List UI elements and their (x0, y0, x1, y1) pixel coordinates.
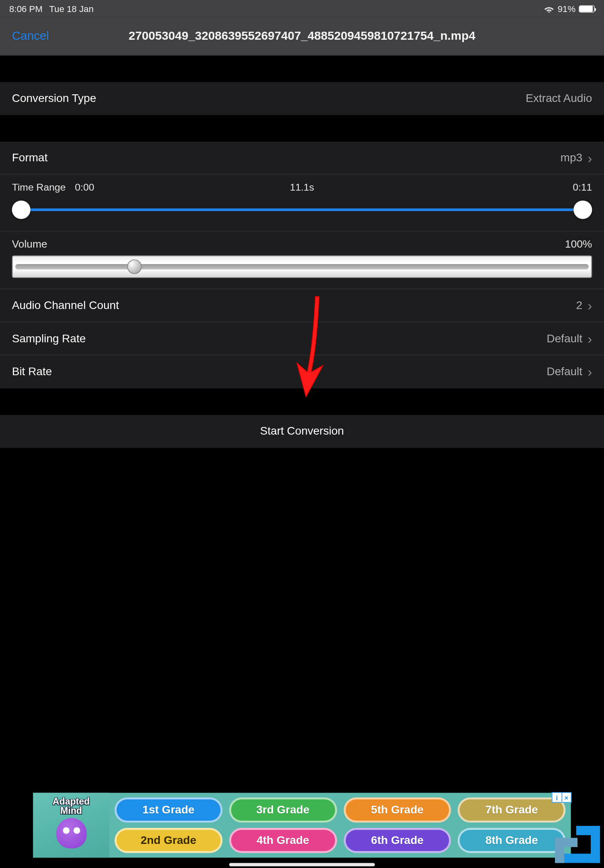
volume-label: Volume (12, 238, 47, 250)
bitrate-label: Bit Rate (12, 365, 52, 378)
status-bar: 8:06 PM Tue 18 Jan 91% (0, 0, 604, 17)
home-indicator[interactable] (229, 863, 375, 866)
row-conversion-type[interactable]: Conversion Type Extract Audio (0, 82, 604, 115)
row-channel-count[interactable]: Audio Channel Count 2 › (0, 289, 604, 322)
conversion-type-label: Conversion Type (12, 92, 96, 105)
row-bit-rate[interactable]: Bit Rate Default › (0, 356, 604, 388)
ad-info-icon[interactable]: i (552, 793, 562, 802)
ad-mascot-icon (56, 818, 86, 848)
chevron-right-icon: › (588, 365, 592, 378)
row-sampling-rate[interactable]: Sampling Rate Default › (0, 322, 604, 355)
ad-pill-8th-grade[interactable]: 8th Grade (458, 828, 565, 854)
volume-value: 100% (565, 238, 592, 250)
format-value: mp3 (561, 151, 583, 165)
time-range-thumb-end[interactable] (573, 201, 592, 219)
ad-pill-7th-grade[interactable]: 7th Grade (458, 797, 565, 823)
ad-pill-1st-grade[interactable]: 1st Grade (114, 797, 222, 823)
svg-rect-4 (555, 838, 577, 847)
ad-pill-4th-grade[interactable]: 4th Grade (229, 828, 337, 854)
advertisement-banner[interactable]: i × Adapted Mind 1st Grade 3rd Grade 5th… (33, 793, 571, 858)
sampling-label: Sampling Rate (12, 332, 86, 345)
start-conversion-label: Start Conversion (260, 425, 344, 438)
time-range-slider[interactable] (12, 201, 592, 219)
conversion-type-value: Extract Audio (526, 92, 592, 105)
ad-brand-line2: Mind (60, 805, 82, 816)
watermark-logo-icon (554, 825, 602, 864)
nav-header: Cancel 270053049_3208639552697407_488520… (0, 17, 604, 56)
ad-info-close[interactable]: i × (552, 792, 571, 803)
ad-pill-2nd-grade[interactable]: 2nd Grade (114, 828, 222, 854)
ad-pill-3rd-grade[interactable]: 3rd Grade (229, 797, 337, 823)
ad-brand[interactable]: Adapted Mind (33, 793, 109, 858)
bitrate-value: Default (547, 365, 582, 378)
status-time: 8:06 PM (9, 4, 43, 14)
wifi-icon (544, 5, 554, 13)
ad-pill-6th-grade[interactable]: 6th Grade (343, 828, 451, 854)
row-format[interactable]: Format mp3 › (0, 142, 604, 175)
format-label: Format (12, 151, 48, 165)
volume-slider-knob[interactable] (127, 259, 141, 274)
chevron-right-icon: › (588, 332, 592, 345)
row-volume[interactable]: Volume 100% (0, 232, 604, 289)
sampling-value: Default (547, 332, 582, 345)
time-range-thumb-start[interactable] (12, 201, 31, 219)
time-range-duration: 11.1s (12, 181, 592, 193)
cancel-button[interactable]: Cancel (12, 29, 49, 43)
status-date: Tue 18 Jan (49, 4, 94, 14)
start-conversion-button[interactable]: Start Conversion (0, 415, 604, 448)
channel-label: Audio Channel Count (12, 299, 119, 312)
chevron-right-icon: › (588, 151, 592, 165)
page-title: 270053049_3208639552697407_4885209459810… (0, 29, 604, 43)
battery-icon (579, 5, 595, 12)
ad-close-icon[interactable]: × (562, 793, 571, 802)
battery-percent: 91% (557, 4, 575, 14)
row-time-range[interactable]: Time Range 0:00 11.1s 0:11 (0, 175, 604, 232)
volume-slider[interactable] (12, 256, 592, 278)
ad-pill-5th-grade[interactable]: 5th Grade (343, 797, 451, 823)
chevron-right-icon: › (588, 299, 592, 312)
channel-value: 2 (576, 299, 582, 312)
